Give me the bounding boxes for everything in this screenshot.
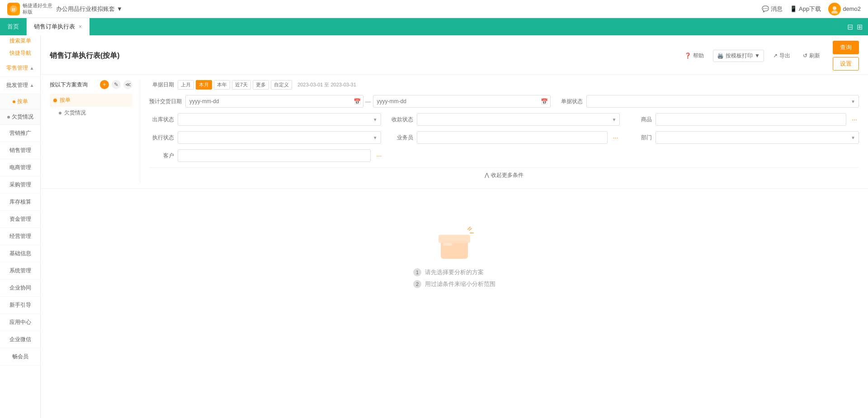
sub-dot — [59, 112, 61, 114]
plan-add-button[interactable]: + — [100, 80, 109, 89]
sales-dot — [13, 100, 15, 103]
sidebar-item-finance-label: 资金管理 — [9, 215, 31, 223]
sidebar-item-retail[interactable]: 零售管理 ▲ — [0, 60, 40, 77]
help-icon: ❓ — [684, 52, 691, 59]
filter-row-1b: 预计交货日期 📅 — 📅 — [149, 95, 859, 108]
query-btn-area: 查询 设置 — [833, 41, 859, 71]
sidebar-item-weixin[interactable]: 企业微信 — [0, 331, 40, 348]
sidebar-item-sales-mgmt[interactable]: 销售管理 — [0, 142, 40, 159]
customer-ellipsis[interactable]: ··· — [374, 152, 383, 159]
collapse-icon: ⋀ — [485, 172, 489, 178]
query-button[interactable]: 查询 — [833, 41, 859, 54]
product-field: 商品 ··· — [627, 113, 859, 126]
exec-status-select[interactable] — [178, 131, 381, 144]
sidebar-quicknav-label[interactable]: 快捷导航 — [0, 47, 40, 60]
custom-date-btn[interactable]: 自定义 — [271, 80, 292, 90]
user-name: demo2 — [843, 5, 861, 12]
sub-item-sales-label: 按单 — [17, 98, 28, 105]
tab-maximize-icon[interactable]: ⊞ — [857, 23, 863, 31]
salesperson-label: 业务员 — [388, 134, 413, 142]
product-ellipsis[interactable]: ··· — [850, 116, 859, 123]
sidebar-item-wholesale[interactable]: 批发管理 ▲ — [0, 77, 40, 94]
salesperson-ellipsis[interactable]: ··· — [611, 134, 620, 141]
sidebar-item-appcenter[interactable]: 应用中心 — [0, 314, 40, 331]
collapse-more-btn[interactable]: ⋀ 收起更多条件 — [149, 167, 859, 183]
svg-line-7 — [468, 227, 470, 229]
plan-item-label: 按单 — [60, 96, 71, 104]
empty-state: 1 请先选择要分析的方案 2 用过滤条件来缩小分析范围 — [41, 189, 868, 324]
product-input[interactable] — [656, 113, 846, 126]
stock-status-field: 出库状态 ▼ — [149, 113, 381, 126]
sub-item-debt[interactable]: 欠货情况 — [0, 109, 40, 125]
date-separator: — — [365, 98, 371, 105]
plan-edit-button[interactable]: ✎ — [112, 80, 121, 89]
refresh-button[interactable]: ↺ 刷新 — [799, 50, 824, 62]
last-month-btn[interactable]: 上月 — [178, 80, 194, 90]
svg-text:好: 好 — [11, 8, 16, 12]
date-range-display: 2023-03-01 至 2023-03-31 — [297, 81, 356, 88]
sidebar-item-guide[interactable]: 新手引导 — [0, 297, 40, 314]
tab-home[interactable]: 首页 — [0, 18, 27, 35]
print-button[interactable]: 🖨️ 按模板打印 ▼ — [713, 50, 764, 62]
expected-date-field: 预计交货日期 📅 — 📅 — [149, 95, 551, 108]
app-download-button[interactable]: 📱 App下载 — [790, 5, 821, 13]
app-selector[interactable]: 办公用品行业模拟账套 ▼ — [56, 5, 123, 13]
set-button[interactable]: 设置 — [833, 57, 859, 71]
doc-status-select[interactable] — [586, 95, 859, 108]
recent-7-btn[interactable]: 近7天 — [232, 80, 251, 90]
sidebar-item-operations[interactable]: 经营管理 — [0, 228, 40, 245]
empty-hint-1-text: 请先选择要分析的方案 — [425, 268, 484, 276]
logo-text: 畅捷通好生意 标版 — [23, 3, 52, 14]
sidebar-item-member[interactable]: 畅会员 — [0, 348, 40, 366]
payment-status-field: 收款状态 ▼ — [388, 113, 620, 126]
sidebar-item-system[interactable]: 系统管理 — [0, 262, 40, 280]
tab-minimize-icon[interactable]: ⊟ — [847, 23, 853, 31]
doc-status-select-wrapper: ▼ — [586, 95, 859, 108]
svg-rect-6 — [443, 243, 452, 246]
expected-date-end[interactable] — [373, 95, 551, 108]
tab-sales-order[interactable]: 销售订单执行表 × — [27, 18, 90, 35]
sub-item-sales[interactable]: 按单 — [0, 94, 40, 109]
message-button[interactable]: 💬 消息 — [762, 5, 783, 13]
customer-input[interactable] — [178, 149, 371, 162]
sidebar-item-purchase[interactable]: 采购管理 — [0, 176, 40, 194]
sidebar-item-basic-info[interactable]: 基础信息 — [0, 245, 40, 262]
more-date-btn[interactable]: 更多 — [253, 80, 269, 90]
hint-num-2: 2 — [413, 280, 421, 288]
retail-expand-icon: ▲ — [30, 66, 34, 71]
sidebar-item-enterprise[interactable]: 企业协同 — [0, 280, 40, 297]
logo-icon: 好 — [7, 3, 20, 15]
avatar — [828, 3, 841, 15]
filter-plan-header: 按以下方案查询 + ✎ ≪ — [50, 80, 132, 89]
export-button[interactable]: ↗ 导出 — [769, 50, 794, 62]
plan-sub-item-debt[interactable]: 欠货情况 — [50, 107, 132, 119]
sidebar-item-marketing[interactable]: 营销推广 — [0, 125, 40, 142]
filter-plan-title: 按以下方案查询 — [50, 81, 88, 89]
page-header: 销售订单执行表(按单) ❓ 帮助 🖨️ 按模板打印 ▼ ↗ 导出 — [41, 35, 868, 75]
dept-select[interactable] — [656, 131, 859, 144]
product-label: 商品 — [627, 116, 652, 124]
sidebar-item-sales-mgmt-label: 销售管理 — [9, 147, 31, 154]
this-year-btn[interactable]: 本年 — [214, 80, 230, 90]
tab-close-icon[interactable]: × — [79, 24, 82, 30]
help-button[interactable]: ❓ 帮助 — [681, 50, 708, 62]
expected-date-start[interactable] — [185, 95, 363, 108]
payment-status-select[interactable] — [417, 113, 620, 126]
plan-collapse-button[interactable]: ≪ — [123, 80, 132, 89]
refresh-icon: ↺ — [803, 52, 807, 59]
plan-sub-label: 欠货情况 — [64, 109, 86, 117]
sidebar-search-label[interactable]: 搜索菜单 — [0, 35, 40, 47]
sidebar-item-finance[interactable]: 资金管理 — [0, 211, 40, 228]
sidebar-item-ecommerce[interactable]: 电商管理 — [0, 159, 40, 176]
stock-status-select[interactable] — [178, 113, 381, 126]
message-icon: 💬 — [762, 5, 769, 12]
plan-item-main[interactable]: 按单 — [50, 94, 132, 107]
sidebar-item-wholesale-label: 批发管理 — [6, 81, 28, 89]
salesperson-input[interactable] — [417, 131, 608, 144]
sidebar-item-inventory[interactable]: 库存核算 — [0, 194, 40, 211]
print-arrow-icon: ▼ — [755, 52, 760, 59]
user-avatar-area[interactable]: demo2 — [828, 3, 861, 15]
dept-select-wrapper: ▼ — [656, 131, 859, 144]
tab-bar: 首页 销售订单执行表 × ⊟ ⊞ — [0, 18, 868, 35]
this-month-btn[interactable]: 本月 — [196, 80, 212, 90]
